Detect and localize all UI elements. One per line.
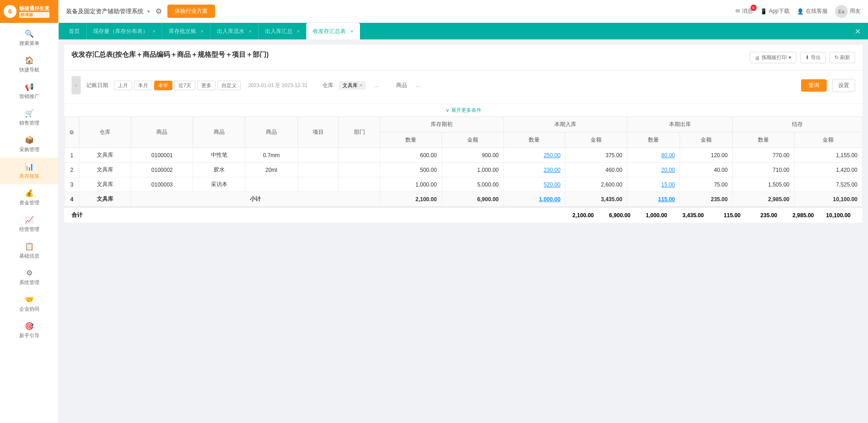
row-bal-amt: 1,155.00 — [794, 148, 862, 163]
tab-close-icon[interactable]: × — [153, 29, 155, 34]
sidebar-item-sales[interactable]: 🛒 销售管理 — [0, 104, 58, 131]
row-in-qty[interactable]: 230.00 — [503, 163, 565, 177]
date-btn-thisyear[interactable]: 本年 — [154, 81, 172, 90]
tab-inventory-dist[interactable]: 现存量（库存分布表） × — [87, 23, 162, 39]
data-table: ⚙ 仓库 商品 商品 商品 项目 部门 库存期初 本期入库 本期出库 结存 数量 — [64, 116, 862, 207]
row-in-qty[interactable]: 250.00 — [503, 148, 565, 163]
basicinfo-icon: 📋 — [25, 242, 34, 251]
logo-tag: 标准版 — [19, 12, 50, 18]
sidebar-item-system[interactable]: ⚙ 系统管理 — [0, 264, 58, 291]
tab-close-icon[interactable]: × — [201, 29, 204, 34]
refresh-button[interactable]: ↻ 刷新 — [829, 52, 855, 63]
query-button[interactable]: 查询 — [801, 79, 827, 92]
tab-close-icon[interactable]: × — [350, 29, 353, 34]
tab-bar: 首页 现存量（库存分布表） × 库存批次账 × 出入库流水 × 出入库汇总 × … — [59, 23, 868, 39]
filter-section: 收发存汇总表(按仓库＋商品编码＋商品＋规格型号＋项目＋部门) 🖨 拣顺板打印 ▾… — [64, 45, 862, 116]
tab-batch[interactable]: 库存批次账 × — [162, 23, 210, 39]
row-out-qty[interactable]: 15.00 — [627, 177, 680, 192]
tab-flow[interactable]: 出入库流水 × — [210, 23, 259, 39]
row-project — [298, 177, 339, 192]
export-button[interactable]: ⬇ 导出 — [800, 52, 826, 63]
sidebar-item-label: 新手引导 — [19, 332, 39, 339]
sidebar-item-basicinfo[interactable]: 📋 基础信息 — [0, 237, 58, 264]
settings-col-header[interactable]: ⚙ — [65, 117, 79, 148]
sidebar-item-quicknav[interactable]: 🏠 快捷导航 — [0, 51, 58, 78]
online-service-button[interactable]: 👤 在线客服 — [797, 7, 828, 15]
goods-label: 商品 — [396, 82, 407, 89]
table-row: 3 文具库 0100003 采访本 1,000.00 5,000.00 520.… — [65, 177, 862, 192]
date-btn-7days[interactable]: 近7天 — [174, 81, 195, 90]
chevron-down-icon: ∨ — [446, 107, 449, 113]
content-area: 收发存汇总表(按仓库＋商品编码＋商品＋规格型号＋项目＋部门) 🖨 拣顺板打印 ▾… — [59, 39, 868, 423]
in-amt-header: 金额 — [565, 132, 627, 148]
sidebar-item-label: 企业协同 — [19, 306, 39, 313]
date-btn-lastmonth[interactable]: 上月 — [114, 81, 132, 90]
row-code: 0100001 — [131, 148, 193, 163]
bal-qty-header: 数量 — [732, 132, 794, 148]
table-row: 2 文具库 0100002 胶水 20ml 500.00 1,000.00 23… — [65, 163, 862, 177]
total-in-amt: 3,435.00 — [672, 212, 708, 219]
sidebar-item-marketing[interactable]: 📢 营销推广 — [0, 78, 58, 104]
date-btn-more[interactable]: 更多 — [197, 81, 216, 90]
goods-dots[interactable]: ... — [413, 81, 423, 89]
sidebar-item-operations[interactable]: 📈 经营管理 — [0, 211, 58, 237]
subtotal-in-qty[interactable]: 1,000.00 — [503, 192, 565, 207]
row-bal-qty: 1,505.00 — [732, 177, 794, 192]
tab-home[interactable]: 首页 — [62, 23, 87, 39]
logo-icon: 6 — [4, 5, 17, 18]
date-btn-custom[interactable]: 自定义 — [217, 81, 241, 90]
row-spec: 0.7mm — [245, 148, 298, 163]
subtotal-init-qty: 2,100.00 — [380, 192, 442, 207]
bottom-bar: 合计 2,100.00 6,900.00 1,000.00 3,435.00 1… — [64, 207, 862, 223]
date-range: 2023-01-01 至 2023-12-31 — [248, 82, 308, 89]
row-out-qty[interactable]: 80.00 — [627, 148, 680, 163]
filter-collapse-button[interactable]: › — [72, 76, 81, 94]
sidebar-logo: 6 畅捷通好生意 标准版 — [0, 0, 58, 23]
dropdown-icon: ▾ — [147, 8, 150, 15]
expand-more-label: 展开更多条件 — [451, 107, 481, 114]
app-download-button[interactable]: 📱 App下载 — [760, 7, 790, 15]
sidebar-item-guide[interactable]: 🎯 新手引导 — [0, 317, 58, 344]
tab-label: 出入库流水 — [217, 27, 244, 35]
total-in-qty: 1,000.00 — [635, 212, 672, 219]
sidebar-item-purchase[interactable]: 📦 采购管理 — [0, 131, 58, 158]
expand-more-button[interactable]: ∨ 展开更多条件 — [64, 104, 862, 116]
tab-summary[interactable]: 出入库汇总 × — [259, 23, 307, 39]
warehouse-remove-icon[interactable]: × — [359, 82, 362, 88]
stock-in-header: 本期入库 — [503, 117, 627, 132]
setting-button[interactable]: 设置 — [832, 79, 855, 92]
sidebar-item-label: 快捷导航 — [19, 66, 39, 73]
experience-button[interactable]: 体验行业方案 — [167, 5, 215, 18]
row-name: 胶水 — [193, 163, 245, 177]
subtotal-out-qty[interactable]: 115.00 — [627, 192, 680, 207]
avatar: Ea — [835, 5, 848, 18]
tab-home-label: 首页 — [69, 27, 80, 35]
finance-icon: 💰 — [25, 189, 34, 198]
message-button[interactable]: ✉ 6 消息 — [735, 7, 752, 15]
row-spec — [245, 177, 298, 192]
warehouse-dots[interactable]: ... — [371, 81, 381, 89]
sidebar-item-label: 基础信息 — [19, 253, 39, 259]
sidebar-item-collab[interactable]: 🤝 企业协同 — [0, 291, 58, 317]
tab-close-icon[interactable]: × — [297, 29, 300, 34]
row-in-qty[interactable]: 520.00 — [503, 177, 565, 192]
init-amt-header: 金额 — [442, 132, 503, 148]
tab-recv-summary[interactable]: 收发存汇总表 × — [306, 23, 360, 39]
row-out-qty[interactable]: 20.00 — [627, 163, 680, 177]
sidebar-item-finance[interactable]: 💰 资金管理 — [0, 184, 58, 211]
filter-row-1: › 记账日期 上月 本月 本年 近7天 更多 自定义 2023-01-01 至 … — [72, 76, 855, 94]
toolbar-right: 🖨 拣顺板打印 ▾ ⬇ 导出 ↻ 刷新 — [750, 52, 855, 63]
print-button[interactable]: 🖨 拣顺板打印 ▾ — [750, 52, 796, 63]
sidebar-item-search[interactable]: 🔍 搜索菜单 — [0, 25, 58, 51]
refresh-icon: ↻ — [835, 55, 839, 60]
tab-close-icon[interactable]: × — [249, 29, 252, 34]
total-bal-amt: 10,100.00 — [818, 212, 855, 219]
stock-out-header: 本期出库 — [627, 117, 733, 132]
gear-button[interactable]: ⚙ — [155, 7, 162, 16]
tabs-close-all[interactable]: ✕ — [851, 27, 864, 36]
row-init-qty: 1,000.00 — [380, 177, 442, 192]
sidebar-item-inventory[interactable]: 📊 库存核算 — [0, 158, 58, 184]
date-btn-thismonth[interactable]: 本月 — [134, 81, 152, 90]
subtotal-out-amt: 235.00 — [680, 192, 733, 207]
user-area[interactable]: Ea 用友 — [835, 5, 861, 18]
